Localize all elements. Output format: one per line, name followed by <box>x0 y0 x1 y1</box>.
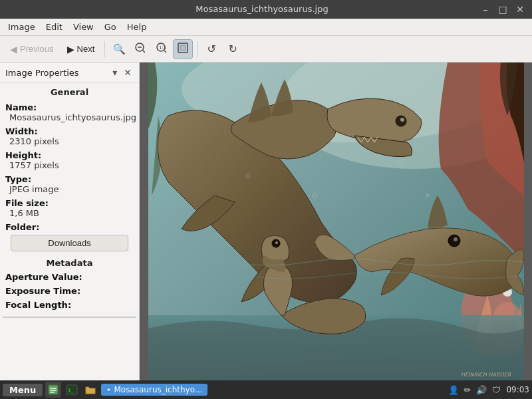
zoom-out-icon <box>134 42 146 57</box>
svg-text:1:1: 1:1 <box>159 45 166 51</box>
taskbar-time: 09:03 <box>506 385 529 394</box>
zoom-in-icon: 🔍 <box>113 43 126 55</box>
rotate-right-icon: ↻ <box>229 43 237 55</box>
type-value: JPEG image <box>0 184 139 196</box>
svg-rect-35 <box>108 388 110 390</box>
zoom-normal-button[interactable]: 1:1 <box>152 39 172 59</box>
zoom-in-button[interactable]: 🔍 <box>109 39 129 59</box>
rotate-right-button[interactable]: ↻ <box>223 39 243 59</box>
sidebar-title: Image Properties <box>5 68 79 78</box>
taskbar: Menu $_ Mosasaurus_ichthyo... 👤 ✏️ 🔊 🛡 <box>0 380 532 399</box>
taskbar-app-button[interactable]: Mosasaurus_ichthyo... <box>101 384 207 396</box>
rotate-left-icon: ↺ <box>207 43 216 55</box>
sidebar: Image Properties ▾ ✕ General Name: Mosas… <box>0 63 140 383</box>
menu-go[interactable]: Go <box>99 21 122 33</box>
svg-text:HEINRICH HARDER: HEINRICH HARDER <box>461 372 511 378</box>
next-arrow-icon: ▶ <box>67 44 74 55</box>
next-label: Next <box>77 44 95 54</box>
menu-view[interactable]: View <box>68 21 99 33</box>
close-button[interactable]: ✕ <box>513 4 527 15</box>
svg-text:$_: $_ <box>68 388 74 393</box>
filesize-label: File size: <box>0 196 139 208</box>
menu-edit[interactable]: Edit <box>41 21 68 33</box>
menu-image[interactable]: Image <box>3 21 41 33</box>
prev-label: Previous <box>20 44 54 54</box>
filesize-value: 1,6 MB <box>0 208 139 219</box>
toolbar-separator-1 <box>104 41 105 57</box>
window-title: Mosasaurus_ichthyosaurus.jpg <box>45 4 479 14</box>
focal-label: Focal Length: <box>0 297 139 310</box>
taskbar-files-icon[interactable] <box>45 382 61 398</box>
svg-point-18 <box>400 118 404 122</box>
focal-value <box>0 310 139 311</box>
taskbar-terminal-icon[interactable]: $_ <box>64 382 80 398</box>
taskbar-folder-icon[interactable] <box>82 382 98 398</box>
taskbar-shield-icon: 🛡 <box>492 385 501 395</box>
svg-rect-7 <box>180 45 186 51</box>
menubar: Image Edit View Go Help <box>0 19 532 36</box>
toolbar: ◀ Previous ▶ Next 🔍 1:1 <box>0 36 532 63</box>
width-label: Width: <box>0 124 139 136</box>
sidebar-header-controls[interactable]: ▾ ✕ <box>110 66 134 78</box>
svg-point-22 <box>275 241 278 244</box>
titlebar: Mosasaurus_ichthyosaurus.jpg – □ ✕ <box>0 0 532 19</box>
next-button[interactable]: ▶ Next <box>61 41 101 58</box>
type-label: Type: <box>0 172 139 184</box>
taskbar-app-label: Mosasaurus_ichthyo... <box>114 385 202 394</box>
aperture-label: Aperture Value: <box>0 269 139 282</box>
zoom-fit-icon <box>177 42 189 57</box>
folder-button[interactable]: Downloads <box>11 235 128 251</box>
minimize-button[interactable]: – <box>479 4 492 15</box>
image-viewer[interactable]: HEINRICH HARDER <box>140 63 532 383</box>
sidebar-collapse-icon[interactable]: ▾ <box>110 66 119 78</box>
svg-line-2 <box>143 51 145 53</box>
prev-arrow-icon: ◀ <box>10 44 17 55</box>
taskbar-user-icon: 👤 <box>448 385 459 395</box>
taskbar-edit-icon: ✏️ <box>464 385 471 395</box>
svg-rect-30 <box>50 390 57 391</box>
sidebar-header: Image Properties ▾ ✕ <box>0 63 139 83</box>
general-section-title: General <box>0 83 139 100</box>
height-label: Height: <box>0 148 139 160</box>
svg-rect-29 <box>50 388 57 389</box>
exposure-label: Exposure Time: <box>0 283 139 296</box>
toolbar-separator-2 <box>197 41 198 57</box>
zoom-normal-icon: 1:1 <box>156 42 168 57</box>
svg-line-4 <box>164 51 166 53</box>
prev-button[interactable]: ◀ Previous <box>4 41 60 58</box>
width-value: 2310 pixels <box>0 136 139 148</box>
window-controls[interactable]: – □ ✕ <box>479 4 527 15</box>
sidebar-close-icon[interactable]: ✕ <box>122 66 134 78</box>
name-value: Mosasaurus_ichtyosaurus.jpg <box>0 112 139 124</box>
maximize-button[interactable]: □ <box>496 4 509 15</box>
metadata-section-title: Metadata <box>0 254 139 269</box>
taskbar-menu-button[interactable]: Menu <box>3 384 43 396</box>
taskbar-right: 👤 ✏️ 🔊 🛡 09:03 <box>448 385 530 395</box>
zoom-out-button[interactable] <box>130 39 150 59</box>
taskbar-volume-icon: 🔊 <box>476 385 487 395</box>
height-value: 1757 pixels <box>0 160 139 172</box>
name-label: Name: <box>0 100 139 112</box>
svg-point-20 <box>454 237 458 241</box>
main-content: Image Properties ▾ ✕ General Name: Mosas… <box>0 63 532 383</box>
dino-image: HEINRICH HARDER <box>148 63 524 383</box>
svg-rect-31 <box>50 392 55 393</box>
rotate-left-button[interactable]: ↺ <box>201 39 221 59</box>
zoom-fit-button[interactable] <box>173 39 193 59</box>
folder-label: Folder: <box>0 219 139 232</box>
menu-help[interactable]: Help <box>122 21 152 33</box>
